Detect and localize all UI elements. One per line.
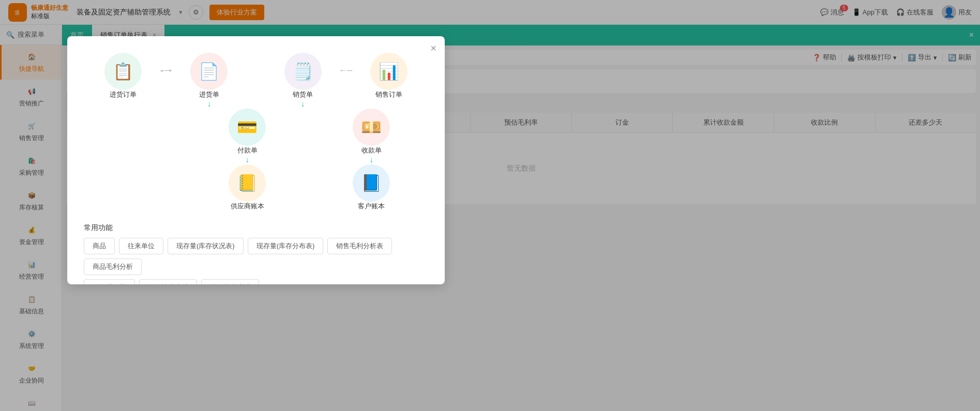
arrow-purchase-to-bill: -→ <box>155 64 178 88</box>
receipt-label: 收款单 <box>361 146 382 155</box>
modal-box: × 📋 进货订单 -→ 📄 <box>67 36 445 284</box>
modal-overlay[interactable]: × 📋 进货订单 -→ 📄 <box>0 0 980 411</box>
supplier-ledger-label: 供应商账本 <box>231 202 264 211</box>
payment-icon: 💳 <box>229 109 266 146</box>
flow-node-supplier-ledger[interactable]: 📒 供应商账本 <box>206 164 289 211</box>
func-btn-stock-dist[interactable]: 现存量(库存分布表) <box>248 238 324 254</box>
sales-bill-label: 销货单 <box>293 90 313 99</box>
arrow-down-payment: ↓ <box>206 155 289 164</box>
flow-node-purchase-bill[interactable]: 📄 进货单 <box>178 53 240 99</box>
flow-node-customer-ledger[interactable]: 📘 客户账本 <box>330 164 413 211</box>
flow-node-payment[interactable]: 💳 付款单 <box>206 109 289 155</box>
arrow-spacer-1 <box>92 99 155 109</box>
func-btn-payment-stats[interactable]: 付款情况统计 <box>201 279 259 284</box>
purchase-order-icon: 📋 <box>104 53 142 90</box>
modal-close-button[interactable]: × <box>430 42 436 54</box>
func-btn-product-profit[interactable]: 商品毛利分析 <box>84 258 142 275</box>
payment-label: 付款单 <box>237 146 258 155</box>
flow-node-purchase-order[interactable]: 📋 进货订单 <box>92 53 155 99</box>
flow-container: 📋 进货订单 -→ 📄 进货单 <box>84 49 428 219</box>
func-btn-stock-status[interactable]: 现存量(库存状况表) <box>168 238 244 254</box>
common-funcs-section: 常用功能 商品 往来单位 现存量(库存状况表) 现存量(库存分布表) 销售毛利分… <box>84 223 428 284</box>
func-btn-counterpart[interactable]: 往来单位 <box>119 238 163 254</box>
purchase-order-label: 进货订单 <box>110 90 137 99</box>
func-btn-sales-profit[interactable]: 销售毛利分析表 <box>327 238 392 254</box>
arrow-down-receipt: ↓ <box>330 155 413 164</box>
flow-node-sales-order[interactable]: 📊 销售订单 <box>357 53 420 99</box>
customer-ledger-icon: 📘 <box>353 164 390 202</box>
func-btns-row1: 商品 往来单位 现存量(库存状况表) 现存量(库存分布表) 销售毛利分析表 商品… <box>84 238 428 275</box>
func-btn-receipt-stats[interactable]: 收款情况统计 <box>139 279 197 284</box>
func-btns-row2: 销售排行榜 收款情况统计 付款情况统计 <box>84 279 428 284</box>
func-btn-sales-rank[interactable]: 销售排行榜 <box>84 279 135 284</box>
func-btn-product[interactable]: 商品 <box>84 238 115 254</box>
sales-order-label: 销售订单 <box>375 90 402 99</box>
receipt-icon: 💴 <box>353 109 390 146</box>
customer-ledger-label: 客户账本 <box>358 202 385 211</box>
arrow-sales-order-to-bill: ←-- <box>334 66 357 86</box>
sales-order-icon: 📊 <box>370 53 408 90</box>
common-funcs-title: 常用功能 <box>84 223 428 233</box>
sales-bill-icon: 🗒️ <box>284 53 322 90</box>
supplier-ledger-icon: 📒 <box>229 164 266 202</box>
arrow-down-purchase-bill: ↓ <box>178 99 240 109</box>
purchase-bill-icon: 📄 <box>190 53 228 90</box>
flow-node-receipt[interactable]: 💴 收款单 <box>330 109 413 155</box>
arrow-down-sales-bill: ↓ <box>272 99 334 109</box>
purchase-bill-label: 进货单 <box>199 90 219 99</box>
flow-node-sales-bill[interactable]: 🗒️ 销货单 <box>272 53 334 99</box>
